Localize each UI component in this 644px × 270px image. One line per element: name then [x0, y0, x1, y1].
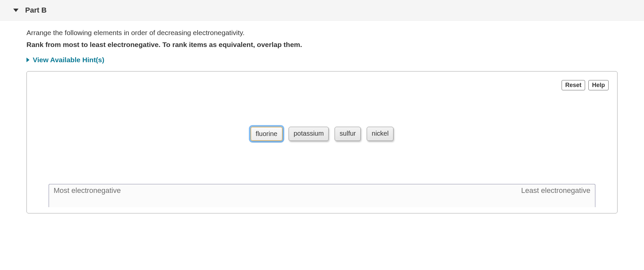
expand-triangle-right-icon [26, 58, 29, 62]
view-hints-toggle[interactable]: View Available Hint(s) [26, 56, 618, 64]
dropzone-left-label: Most electronegative [54, 186, 121, 195]
chip-potassium[interactable]: potassium [289, 127, 329, 141]
ranking-drop-zone[interactable]: Most electronegative Least electronegati… [49, 184, 595, 207]
question-prompt: Arrange the following elements in order … [26, 29, 618, 37]
question-instruction: Rank from most to least electronegative.… [26, 41, 618, 49]
ranking-panel: Reset Help fluorine potassium sulfur nic… [26, 71, 618, 213]
dropzone-right-label: Least electronegative [521, 186, 590, 195]
chips-row: fluorine potassium sulfur nickel [35, 127, 609, 141]
chip-sulfur[interactable]: sulfur [335, 127, 361, 141]
collapse-triangle-down-icon[interactable] [13, 9, 19, 12]
chip-fluorine[interactable]: fluorine [251, 127, 283, 141]
part-header[interactable]: Part B [0, 0, 644, 21]
help-button[interactable]: Help [588, 80, 609, 90]
panel-toolbar: Reset Help [35, 80, 609, 90]
content-area: Arrange the following elements in order … [0, 21, 644, 213]
reset-button[interactable]: Reset [562, 80, 585, 90]
part-title: Part B [25, 6, 47, 15]
view-hints-label: View Available Hint(s) [33, 56, 104, 64]
chip-nickel[interactable]: nickel [367, 127, 393, 141]
